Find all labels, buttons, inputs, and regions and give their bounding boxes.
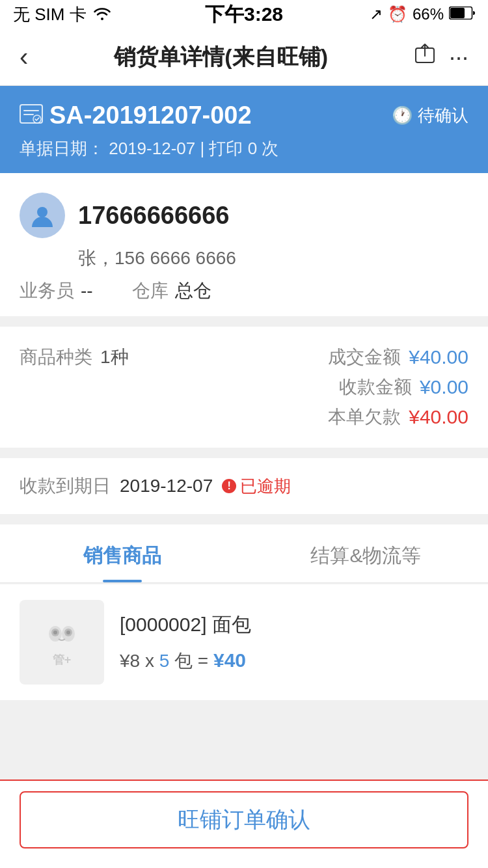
product-info: [0000002] 面包 ¥8 x 5 包 = ¥40 — [120, 612, 468, 673]
alarm-icon: ⏰ — [388, 5, 407, 23]
product-quantity: 5 — [159, 651, 170, 671]
received-amount-value: ¥0.00 — [420, 376, 468, 398]
status-right: ↗ ⏰ 66% — [370, 5, 475, 23]
summary-row: 商品种类 1种 成交金额 ¥40.00 收款金额 ¥0.00 本单欠款 ¥40.… — [20, 345, 468, 429]
battery-text: 66% — [413, 5, 444, 23]
status-bar: 无 SIM 卡 下午3:28 ↗ ⏰ 66% — [0, 0, 488, 29]
location-icon: ↗ — [370, 5, 383, 23]
nav-actions: ··· — [414, 43, 468, 71]
order-header-top: SA-20191207-002 🕐 待确认 — [20, 102, 468, 129]
summary-right: 成交金额 ¥40.00 收款金额 ¥0.00 本单欠款 ¥40.00 — [328, 345, 468, 429]
product-section: 管+ [0000002] 面包 ¥8 x 5 包 = ¥40 — [0, 584, 488, 700]
product-image-inner: 管+ — [39, 617, 85, 668]
svg-point-5 — [37, 207, 47, 217]
product-equals-sign: = — [198, 651, 208, 671]
deal-amount-value: ¥40.00 — [409, 346, 468, 368]
product-name: [0000002] 面包 — [120, 612, 468, 638]
order-icon — [20, 102, 43, 129]
received-amount-row: 收款金额 ¥0.00 — [339, 375, 468, 400]
customer-name: 张，156 6666 6666 — [78, 246, 468, 271]
product-price-row: ¥8 x 5 包 = ¥40 — [120, 649, 468, 673]
product-type-label: 商品种类 — [20, 345, 92, 370]
product-code: [0000002] — [120, 614, 206, 635]
order-date-value: 2019-12-07 — [109, 139, 195, 158]
product-image: 管+ — [20, 600, 104, 685]
owed-amount-label: 本单欠款 — [328, 405, 401, 429]
page-title: 销货单详情(来自旺铺) — [28, 42, 414, 72]
summary-section: 商品种类 1种 成交金额 ¥40.00 收款金额 ¥0.00 本单欠款 ¥40.… — [0, 327, 488, 448]
svg-rect-1 — [450, 8, 465, 18]
warehouse-item: 仓库 总仓 — [132, 278, 211, 303]
status-left: 无 SIM 卡 — [13, 3, 111, 26]
order-header-card: SA-20191207-002 🕐 待确认 单据日期： 2019-12-07 |… — [0, 86, 488, 173]
summary-left: 商品种类 1种 — [20, 345, 129, 370]
warehouse-label: 仓库 — [132, 278, 169, 303]
due-date-section: 收款到期日 2019-12-07 ! 已逾期 — [0, 458, 488, 514]
product-total: ¥40 — [213, 649, 246, 671]
wifi-icon — [93, 5, 111, 25]
print-info: | 打印 0 次 — [200, 139, 278, 158]
battery-icon — [449, 5, 475, 23]
due-date-value: 2019-12-07 — [120, 476, 213, 496]
deal-amount-row: 成交金额 ¥40.00 — [328, 345, 468, 370]
status-time: 下午3:28 — [205, 1, 283, 28]
order-id: SA-20191207-002 — [20, 102, 252, 129]
salesperson-label: 业务员 — [20, 278, 74, 303]
deal-amount-label: 成交金额 — [328, 345, 401, 370]
order-id-text: SA-20191207-002 — [49, 102, 252, 129]
product-type-item: 商品种类 1种 — [20, 345, 129, 370]
customer-phone-row: 17666666666 — [20, 193, 468, 238]
tab-settlement-label: 结算&物流等 — [310, 545, 421, 566]
product-type-value: 1种 — [100, 345, 129, 370]
bottom-bar: 旺铺订单确认 — [0, 780, 488, 868]
confirm-order-button[interactable]: 旺铺订单确认 — [20, 791, 468, 848]
warehouse-value: 总仓 — [175, 278, 211, 303]
customer-section: 17666666666 张，156 6666 6666 业务员 -- 仓库 总仓 — [0, 173, 488, 316]
overdue-badge: ! 已逾期 — [222, 475, 291, 498]
customer-meta: 业务员 -- 仓库 总仓 — [20, 278, 468, 303]
status-badge: 🕐 待确认 — [392, 104, 468, 127]
product-item: 管+ [0000002] 面包 ¥8 x 5 包 = ¥40 — [20, 600, 468, 685]
status-text: 待确认 — [418, 104, 468, 127]
product-unit: 包 — [174, 651, 193, 671]
share-button[interactable] — [414, 43, 436, 71]
owed-amount-value: ¥40.00 — [409, 406, 468, 428]
salesperson-item: 业务员 -- — [20, 278, 93, 303]
more-button[interactable]: ··· — [449, 44, 468, 71]
tab-underline — [103, 580, 142, 582]
due-date-label: 收款到期日 — [20, 474, 111, 498]
svg-point-11 — [66, 631, 70, 634]
overdue-text: 已逾期 — [240, 475, 291, 498]
back-button[interactable]: ‹ — [20, 42, 28, 72]
product-price: ¥8 — [120, 651, 140, 671]
received-amount-label: 收款金额 — [339, 375, 412, 400]
tab-sales-label: 销售商品 — [83, 545, 161, 566]
tab-sales-products[interactable]: 销售商品 — [0, 524, 244, 582]
salesperson-value: -- — [81, 280, 93, 301]
tabs-row: 销售商品 结算&物流等 — [0, 524, 488, 583]
order-date-row: 单据日期： 2019-12-07 | 打印 0 次 — [20, 137, 468, 160]
customer-phone: 17666666666 — [78, 202, 229, 230]
nav-bar: ‹ 销货单详情(来自旺铺) ··· — [0, 29, 488, 86]
product-name-text: 面包 — [212, 614, 251, 635]
tab-settlement[interactable]: 结算&物流等 — [244, 524, 488, 582]
svg-point-10 — [53, 631, 57, 634]
status-clock-icon: 🕐 — [392, 105, 413, 126]
owed-amount-row: 本单欠款 ¥40.00 — [328, 405, 468, 429]
date-label: 单据日期： — [20, 139, 104, 158]
product-multiply-sign: x — [145, 651, 154, 671]
tabs-section: 销售商品 结算&物流等 — [0, 524, 488, 583]
carrier-text: 无 SIM 卡 — [13, 3, 87, 26]
overdue-icon: ! — [222, 479, 236, 493]
avatar — [20, 193, 65, 238]
